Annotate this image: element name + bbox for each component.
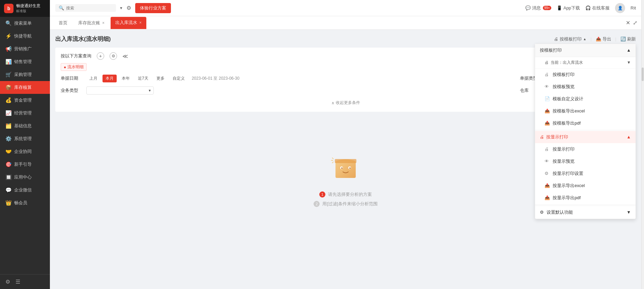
dropdown-current-chevron: ▼ — [627, 60, 631, 65]
dropdown-display-preview[interactable]: 👁 按显示预览 — [535, 155, 636, 167]
topbar-app-download[interactable]: 📱 App下载 — [557, 5, 580, 11]
svg-rect-0 — [335, 161, 356, 178]
empty-text-step2: 2 用[过滤]条件来缩小分析范围 — [314, 201, 377, 207]
user-avatar[interactable]: 👤 — [615, 3, 625, 13]
date-btn-7days[interactable]: 近7天 — [135, 75, 151, 82]
date-btn-this-month[interactable]: 本月 — [103, 75, 117, 82]
marketing-icon: 📢 — [5, 46, 11, 52]
purchase-icon: 🛒 — [5, 72, 11, 78]
sidebar-item-label: 销售管理 — [14, 59, 32, 65]
refresh-btn[interactable]: 🔄 刷新 — [620, 36, 636, 42]
phone-icon: 📱 — [557, 5, 562, 10]
scrollbar-handle[interactable] — [642, 68, 644, 81]
tab-flow-close-icon[interactable]: × — [139, 20, 142, 25]
dropdown-template-pdf[interactable]: 📤 按模板导出pdf — [535, 117, 636, 129]
filter-add-btn[interactable]: + — [97, 52, 104, 60]
sidebar-item-inventory[interactable]: 📦 库存核算 — [0, 81, 50, 94]
tabbar: 首页 库存批次账 × 出入库流水 × ✕ ⤢ — [50, 16, 641, 30]
date-btn-this-year[interactable]: 本年 — [119, 75, 133, 82]
flow-detail-tag[interactable]: ● 流水明细 — [61, 63, 87, 71]
date-filter-options: 上月 本月 本年 近7天 更多 自定义 2023-06-01 至 2023-06… — [86, 75, 239, 82]
date-btn-custom[interactable]: 自定义 — [170, 75, 188, 82]
dropdown-template-custom[interactable]: 📄 模板自定义设计 — [535, 93, 636, 105]
topbar-customer-service[interactable]: 🎧 在线客服 — [585, 5, 610, 11]
export-btn[interactable]: 📤 导出 — [596, 36, 611, 42]
topbar-dropdown-icon[interactable]: ▾ — [120, 5, 122, 10]
dropdown-title: 按模板打印 — [540, 47, 562, 53]
page-actions: 🖨 按模板打印 ▲ | 📤 导出 | 🔄 刷新 按模板打印 — [554, 36, 636, 42]
date-btn-more[interactable]: 更多 — [153, 75, 168, 82]
sidebar-item-wechat[interactable]: 💬 企业微信 — [0, 184, 50, 196]
expand-icon[interactable]: ⤢ — [633, 20, 637, 26]
topbar-search-box[interactable]: 🔍 — [55, 4, 116, 12]
date-btn-last-month[interactable]: 上月 — [86, 75, 100, 82]
sidebar-item-basic[interactable]: 🗂️ 基础信息 — [0, 120, 50, 132]
sidebar-item-finance[interactable]: 💰 资金管理 — [0, 94, 50, 107]
step2-badge: 2 — [314, 201, 320, 207]
dropdown-chevron-up: ▲ — [626, 48, 631, 53]
business-type-select[interactable]: ▾ — [86, 86, 154, 95]
display-section-icon: 🖨 — [540, 134, 544, 139]
dropdown-display-excel[interactable]: 📤 按显示导出excel — [535, 180, 636, 192]
sidebar-item-label: 搜索菜单 — [14, 20, 32, 26]
svg-line-6 — [332, 158, 333, 159]
sidebar-item-marketing[interactable]: 📢 营销推广 — [0, 43, 50, 55]
tab-batch-close-icon[interactable]: × — [102, 21, 105, 25]
tab-batch[interactable]: 库存批次账 × — [74, 17, 109, 29]
dropdown-display-pdf[interactable]: 📤 按显示导出pdf — [535, 192, 636, 204]
menu-toggle-icon[interactable]: ☰ — [16, 279, 20, 285]
dropdown-header: 按模板打印 ▲ — [535, 44, 636, 57]
date-range-display: 2023-06-01 至 2023-06-30 — [192, 76, 239, 81]
dropdown-display-section[interactable]: 🖨 按显示打印 ▲ — [535, 131, 636, 143]
sidebar-item-collab[interactable]: 🤝 企业协同 — [0, 145, 50, 158]
filter-setting-btn[interactable]: ⚙ — [110, 52, 117, 60]
filter-collapse-icon[interactable]: ≪ — [122, 53, 128, 59]
logo-area: b 畅捷通好生意 标准版 — [0, 0, 50, 17]
tab-home[interactable]: 首页 — [54, 17, 72, 29]
topbar-messages[interactable]: 💬 消息 99+ — [525, 5, 551, 11]
logo-sub: 标准版 — [16, 9, 40, 14]
empty-svg — [329, 151, 362, 181]
topbar-gear-icon[interactable]: ⚙ — [126, 5, 131, 11]
excel-icon: 📤 — [545, 108, 550, 113]
sidebar-item-apps[interactable]: 🔲 应用中心 — [0, 171, 50, 184]
search-input[interactable] — [66, 6, 107, 10]
settings-bottom-icon[interactable]: ⚙ — [5, 279, 10, 285]
sidebar-item-guide[interactable]: 🎯 新手引导 — [0, 158, 50, 171]
shortcut-icon: ⚡ — [5, 33, 11, 39]
dropdown-template-print[interactable]: 🖨 按模板打印 — [535, 69, 636, 81]
display-preview-icon: 👁 — [545, 159, 550, 164]
empty-text-step1: 1 请先选择要分析的方案 — [319, 191, 372, 198]
design-icon: 📄 — [545, 96, 550, 101]
sidebar-item-search[interactable]: 🔍 搜索菜单 — [0, 17, 50, 30]
right-scrollbar[interactable] — [641, 0, 644, 289]
sidebar-item-shortcut[interactable]: ⚡ 快捷导航 — [0, 30, 50, 43]
dropdown-template-excel[interactable]: 📤 按模板导出excel — [535, 105, 636, 117]
biz-dropdown-icon: ▾ — [149, 88, 151, 93]
svg-point-5 — [349, 167, 351, 169]
tab-flow[interactable]: 出入库流水 × — [111, 17, 146, 29]
industry-btn[interactable]: 体验行业方案 — [135, 3, 171, 13]
sidebar-item-label: 企业协同 — [14, 149, 32, 155]
dropdown-current-template[interactable]: 🖨 当前：出入库流水 ▼ — [535, 57, 636, 69]
apps-icon: 🔲 — [5, 174, 11, 180]
username-label[interactable]: Rit — [631, 5, 636, 10]
dropdown-display-setting[interactable]: ⚙ 按显示打印设置 — [535, 167, 636, 180]
printer-icon: 🖨 — [554, 36, 558, 42]
topbar-right: 💬 消息 99+ 📱 App下载 🎧 在线客服 👤 Rit — [525, 3, 636, 13]
divider: | — [590, 36, 591, 42]
sidebar-item-system[interactable]: ⚙️ 系统管理 — [0, 132, 50, 145]
empty-illustration — [329, 151, 362, 185]
template-print-btn[interactable]: 🖨 按模板打印 ▲ — [554, 36, 586, 42]
dropdown-default-setting[interactable]: ⚙ 设置默认功能 ▼ — [535, 206, 636, 219]
dropdown-template-preview[interactable]: 👁 按模板预览 — [535, 81, 636, 93]
sidebar-item-member[interactable]: 👑 畅会员 — [0, 196, 50, 209]
close-tab-icon[interactable]: ✕ — [626, 20, 630, 26]
sidebar-item-label: 基础信息 — [14, 123, 32, 129]
sidebar-item-operations[interactable]: 📈 经营管理 — [0, 107, 50, 120]
collapse-up-icon: ∧ — [331, 101, 334, 105]
sidebar-item-sales[interactable]: 📊 销售管理 — [0, 55, 50, 68]
svg-rect-1 — [335, 159, 356, 163]
sidebar-item-purchase[interactable]: 🛒 采购管理 — [0, 68, 50, 81]
dropdown-display-print[interactable]: 🖨 按显示打印 — [535, 143, 636, 155]
